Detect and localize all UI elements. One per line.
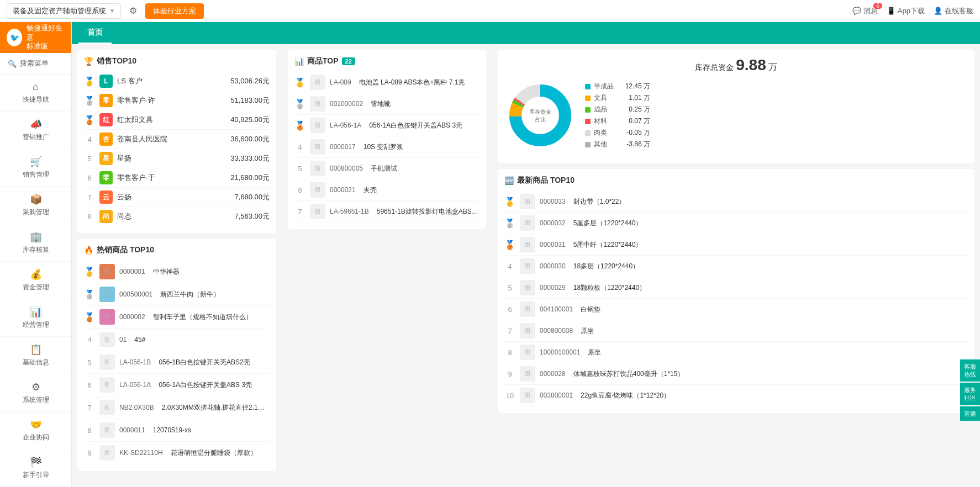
- customer-row: 🥈 零 零售客户·许 51,183.00元: [84, 91, 270, 110]
- sidebar-item-sales-label: 销售管理: [23, 170, 49, 179]
- legend-item: 肉类 -0.05 万: [585, 128, 650, 137]
- hot-product-row: 🥈 图 000500001 新西兰牛肉（新牛）: [84, 283, 270, 306]
- mobile-icon: 📱: [887, 7, 895, 15]
- new-product-row: 🥈 图 0000032 5厘多层（1220*2440）: [504, 213, 968, 234]
- sidebar-item-inventory-label: 库存核算: [23, 245, 49, 255]
- support-buttons: 客服热线 服务社区 直播: [960, 359, 980, 421]
- message-button[interactable]: 💬 消息 6: [852, 6, 878, 16]
- top-selling-title: 📊 商品TOP 22: [294, 56, 480, 66]
- top-selling-row: 7 图 LA-59651-1B 59651-1B旋转投影灯电池盒ABS黑色+58…: [294, 201, 480, 223]
- new-products-card: 🆕 最新商品 TOP10 🥇 图 0000033 封边带（1.0*22） 🥈 图…: [498, 169, 974, 413]
- legend-item: 成品 0.25 万: [585, 105, 650, 114]
- top-customers-title: 🏆 销售TOP10: [84, 56, 270, 66]
- sidebar-item-corp-label: 企业协同: [23, 433, 49, 442]
- new-product-row: 9 图 0000028 体城嘉枝味苏打饮品400毫升（1*15）: [504, 363, 968, 385]
- base-icon: 📋: [30, 343, 42, 356]
- corp-icon: 🤝: [30, 419, 42, 431]
- sidebar-item-base[interactable]: 📋 基础信息: [0, 337, 71, 374]
- new-product-row: 7 图 000800008 原坐: [504, 320, 968, 342]
- top-selling-row: 🥈 图 001000002 雪地靴: [294, 93, 480, 115]
- legend-item: 其他 -3.86 万: [585, 140, 650, 149]
- new-product-row: 🥇 图 0000033 封边带（1.0*22）: [504, 191, 968, 213]
- sidebar-item-finance-label: 资金管理: [23, 283, 49, 292]
- search-icon: 🔍: [8, 60, 17, 68]
- search-menu-label: 搜索菜单: [20, 59, 49, 68]
- new-product-row: 5 图 0000029 18颗粒板（1220*2440）: [504, 277, 968, 299]
- top-selling-card: 📊 商品TOP 22 🥇 图 LA-089 电池盖 LA-089 ABS本色+黑…: [288, 50, 486, 229]
- legend-item: 半成品 12.45 万: [585, 82, 650, 91]
- inventory-total: 库存总资金 9.88 万: [504, 56, 968, 74]
- tab-home[interactable]: 首页: [78, 22, 112, 44]
- guide-icon: 🏁: [30, 456, 42, 468]
- legend-item: 文具 1.01 万: [585, 93, 650, 103]
- sidebar-item-sales[interactable]: 🛒 销售管理: [0, 149, 71, 187]
- top-selling-row: 🥇 图 LA-089 电池盖 LA-089 ABS本色+黑种 7.1克: [294, 72, 480, 93]
- logo-icon: 🐦: [7, 29, 22, 46]
- customers-list: 🥇 L LS 客户 53,006.26元 🥈 零 零售客户·许 51,183.0…: [84, 72, 270, 226]
- finance-icon: 💰: [30, 268, 42, 280]
- top-selling-row: 4 图 0000017 10S 变刮罗浆: [294, 136, 480, 158]
- system-icon: ⚙: [31, 381, 40, 393]
- customer-row: 5 星 星扬 33,333.00元: [84, 149, 270, 168]
- support-btn-community[interactable]: 服务社区: [960, 383, 980, 405]
- app-download-button[interactable]: 📱 App下载: [887, 6, 925, 16]
- system-label: 装备及固定资产辅助管理系统: [13, 6, 106, 16]
- customer-row: 4 杏 苍南县人民医院 36,600.00元: [84, 130, 270, 149]
- service-icon: 👤: [934, 7, 942, 15]
- logo-text: 畅捷通好生意 标准版: [27, 24, 65, 52]
- inventory-legend: 半成品 12.45 万 文具 1.01 万 成品 0.25 万 材料 0.07 …: [585, 82, 650, 149]
- topbar-right: 💬 消息 6 📱 App下载 👤 在线客服: [852, 6, 973, 16]
- customer-row: 🥉 红 红太阳文具 40,925.00元: [84, 110, 270, 130]
- sidebar-item-purchase-label: 采购管理: [23, 208, 49, 217]
- home-icon: ⌂: [33, 81, 39, 93]
- hot-product-row: 4 图 01 45#: [84, 329, 270, 351]
- sidebar-item-corp[interactable]: 🤝 企业协同: [0, 412, 71, 449]
- hot-product-row: 8 图 0000011 12070519-xs: [84, 419, 270, 442]
- top-customers-card: 🏆 销售TOP10 🥇 L LS 客户 53,006.26元 🥈 零 零售客户·…: [77, 50, 276, 233]
- sidebar-item-base-label: 基础信息: [23, 358, 49, 367]
- main-layout: 🐦 畅捷通好生意 标准版 🔍 搜索菜单 ⌂ 快捷导航 📣 营销推广 🛒 销售管理…: [0, 22, 980, 487]
- support-btn-hotline[interactable]: 客服热线: [960, 359, 980, 382]
- svg-point-5: [524, 99, 557, 132]
- support-btn-live[interactable]: 直播: [960, 406, 980, 421]
- new-products-list: 🥇 图 0000033 封边带（1.0*22） 🥈 图 0000032 5厘多层…: [504, 191, 968, 406]
- top-selling-row: 🥉 图 LA-056-1A 056-1A白色按键开关盖ABS 3壳: [294, 115, 480, 136]
- fire-icon: 🔥: [84, 246, 93, 255]
- content-area: 🏆 销售TOP10 🥇 L LS 客户 53,006.26元 🥈 零 零售客户·…: [72, 44, 980, 487]
- legend-item: 材料 0.07 万: [585, 117, 650, 126]
- chart-icon: 📊: [294, 57, 304, 66]
- sidebar-item-operation-label: 经营管理: [23, 320, 49, 330]
- sales-icon: 🛒: [30, 156, 42, 168]
- sidebar-item-inventory[interactable]: 🏢 库存核算: [0, 224, 71, 262]
- message-icon: 💬: [852, 7, 861, 15]
- sidebar-item-finance[interactable]: 💰 资金管理: [0, 262, 71, 299]
- online-service-button[interactable]: 👤 在线客服: [934, 6, 973, 16]
- svg-text:库存资金: 库存资金: [529, 109, 551, 115]
- customer-row: 7 云 云扬 7,680.00元: [84, 188, 270, 207]
- sidebar-item-operation[interactable]: 📊 经营管理: [0, 299, 71, 337]
- sidebar-item-purchase[interactable]: 📦 采购管理: [0, 187, 71, 224]
- hot-product-row: 9 图 KK-SD22110H 花语萌恒温分腿睡袋（厚款）: [84, 442, 270, 464]
- search-menu[interactable]: 🔍 搜索菜单: [0, 53, 71, 75]
- sidebar-item-marketing[interactable]: 📣 营销推广: [0, 112, 71, 149]
- trial-button[interactable]: 体验行业方案: [145, 3, 204, 19]
- message-badge: 6: [873, 3, 882, 9]
- top-selling-badge: 22: [342, 57, 355, 65]
- middle-section: 📊 商品TOP 22 🥇 图 LA-089 电池盖 LA-089 ABS本色+黑…: [282, 44, 492, 487]
- sidebar-item-home[interactable]: ⌂ 快捷导航: [0, 75, 71, 112]
- purchase-icon: 📦: [30, 193, 42, 205]
- inventory-card: 库存总资金 9.88 万: [498, 50, 974, 163]
- online-label: 在线客服: [945, 6, 973, 16]
- system-selector[interactable]: 装备及固定资产辅助管理系统 ▼: [7, 3, 121, 19]
- right-section: 库存总资金 9.88 万: [492, 44, 980, 487]
- customer-row: 🥇 L LS 客户 53,006.26元: [84, 72, 270, 91]
- new-product-row: 🥉 图 0000031 5厘中纤（1220*2440）: [504, 234, 968, 256]
- hot-product-row: 5 图 LA-056-1B 056-1B白色按键开关壳ABS2壳: [84, 351, 270, 374]
- marketing-icon: 📣: [30, 118, 42, 130]
- settings-icon[interactable]: ⚙: [125, 3, 141, 19]
- sidebar-item-guide[interactable]: 🏁 新手引导: [0, 449, 71, 487]
- top-selling-list: 🥇 图 LA-089 电池盖 LA-089 ABS本色+黑种 7.1克 🥈 图 …: [294, 72, 480, 223]
- hot-product-row: 🥉 图 0000002 智利车子里（规格不知道填什么）: [84, 306, 270, 329]
- sidebar-item-system[interactable]: ⚙ 系统管理: [0, 374, 71, 412]
- tab-home-label: 首页: [87, 28, 103, 38]
